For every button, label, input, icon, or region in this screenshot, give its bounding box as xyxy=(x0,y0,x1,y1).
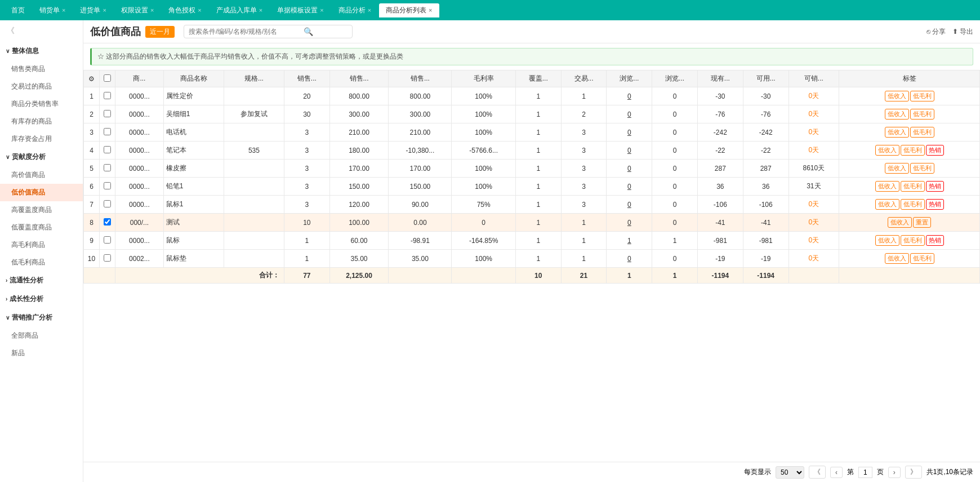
th-checkbox[interactable] xyxy=(100,70,115,87)
row-coverage: 1 xyxy=(515,105,561,123)
th-spec[interactable]: 规格... xyxy=(224,70,284,87)
nav-purchase-order[interactable]: 进货单 × xyxy=(73,3,113,17)
nav-goods-analysis[interactable]: 商品分析 × xyxy=(332,3,378,17)
th-transactions[interactable]: 交易... xyxy=(561,70,607,87)
sidebar-group-circulation[interactable]: › 流通性分析 xyxy=(0,271,83,290)
row-select-checkbox[interactable] xyxy=(104,110,111,117)
row-checkbox[interactable] xyxy=(100,87,115,105)
th-current-stock[interactable]: 现有... xyxy=(697,70,743,87)
summary-label-text: 合计： xyxy=(115,268,284,284)
row-checkbox[interactable] xyxy=(100,141,115,160)
nav-goods-analysis-list[interactable]: 商品分析列表 × xyxy=(379,3,439,17)
prev-page-button[interactable]: ‹ xyxy=(830,467,843,478)
th-settings[interactable]: ⚙ xyxy=(84,70,100,87)
close-icon[interactable]: × xyxy=(259,7,262,14)
arrow-icon: › xyxy=(6,277,7,284)
sidebar-item-sales-goods[interactable]: 销售类商品 xyxy=(0,60,83,78)
th-tags[interactable]: 标签 xyxy=(839,70,980,87)
sidebar-item-high-margin[interactable]: 高毛利商品 xyxy=(0,236,83,254)
sidebar-item-new-goods[interactable]: 新品 xyxy=(0,344,83,362)
search-icon[interactable]: 🔍 xyxy=(304,27,313,36)
row-sales-amount: 100.00 xyxy=(329,214,389,232)
row-name: 测试 xyxy=(163,214,224,232)
nav-product-inbound[interactable]: 产成品入库单 × xyxy=(210,3,269,17)
close-icon[interactable]: × xyxy=(368,7,371,14)
row-select-checkbox[interactable] xyxy=(104,128,111,135)
row-select-checkbox[interactable] xyxy=(104,218,111,225)
close-icon[interactable]: × xyxy=(103,7,106,14)
row-select-checkbox[interactable] xyxy=(104,254,111,262)
row-views2: 0 xyxy=(652,87,698,105)
row-checkbox[interactable] xyxy=(100,250,115,268)
close-icon[interactable]: × xyxy=(62,7,65,14)
sidebar-item-low-margin[interactable]: 低毛利商品 xyxy=(0,254,83,271)
sidebar-group-contribution[interactable]: ∨ 贡献度分析 xyxy=(0,148,83,166)
sidebar-item-high-coverage[interactable]: 高覆盖度商品 xyxy=(0,201,83,219)
next-page-button[interactable]: › xyxy=(888,467,901,478)
sidebar-item-category-sales-rate[interactable]: 商品分类销售率 xyxy=(0,95,83,113)
close-icon[interactable]: × xyxy=(198,7,201,14)
sidebar-item-all-goods[interactable]: 全部商品 xyxy=(0,327,83,344)
nav-sales-order[interactable]: 销货单 × xyxy=(33,3,72,17)
row-checkbox[interactable] xyxy=(100,214,115,232)
row-select-checkbox[interactable] xyxy=(104,200,111,207)
th-views2[interactable]: 浏览... xyxy=(652,70,698,87)
row-sales-amount: 35.00 xyxy=(329,250,389,268)
th-sales-cost[interactable]: 销售... xyxy=(389,70,452,87)
sidebar-group-marketing[interactable]: ∨ 营销推广分析 xyxy=(0,308,83,327)
sidebar-group-overall[interactable]: ∨ 整体信息 xyxy=(0,42,83,60)
close-icon[interactable]: × xyxy=(150,7,154,14)
sidebar-group-growth[interactable]: › 成长性分析 xyxy=(0,290,83,308)
close-icon[interactable]: × xyxy=(429,7,432,14)
row-select-checkbox[interactable] xyxy=(104,236,111,244)
nav-role-auth[interactable]: 角色授权 × xyxy=(162,3,208,17)
th-sellable[interactable]: 可销... xyxy=(789,70,839,87)
close-icon[interactable]: × xyxy=(320,7,323,14)
select-all-checkbox[interactable] xyxy=(104,74,111,82)
th-views1[interactable]: 浏览... xyxy=(607,70,652,87)
collapse-sidebar-button[interactable]: 《 xyxy=(5,24,17,38)
row-checkbox[interactable] xyxy=(100,123,115,141)
share-button[interactable]: ⎋ 分享 xyxy=(926,27,946,37)
row-sellable: 0天 xyxy=(789,105,839,123)
first-page-button[interactable]: 《 xyxy=(809,466,826,479)
sidebar-item-high-value[interactable]: 高价值商品 xyxy=(0,166,83,184)
row-select-checkbox[interactable] xyxy=(104,146,111,153)
row-spec xyxy=(224,123,284,141)
row-checkbox[interactable] xyxy=(100,105,115,123)
sidebar-item-in-stock-goods[interactable]: 有库存的商品 xyxy=(0,113,83,130)
row-checkbox[interactable] xyxy=(100,232,115,250)
sidebar-item-stock-capital[interactable]: 库存资金占用 xyxy=(0,130,83,148)
row-margin: 0 xyxy=(452,214,515,232)
row-transactions: 1 xyxy=(561,87,607,105)
th-name[interactable]: 商品名称 xyxy=(163,70,224,87)
row-select-checkbox[interactable] xyxy=(104,182,111,189)
row-select-checkbox[interactable] xyxy=(104,164,111,171)
sidebar-item-traded-goods[interactable]: 交易过的商品 xyxy=(0,78,83,95)
th-margin[interactable]: 毛利率 xyxy=(452,70,515,87)
row-select-checkbox[interactable] xyxy=(104,92,111,99)
page-size-select[interactable]: 10 20 50 100 xyxy=(776,466,804,479)
sidebar-item-low-value[interactable]: 低价值商品 xyxy=(0,184,83,201)
th-code[interactable]: 商... xyxy=(115,70,164,87)
summary-label xyxy=(84,268,115,284)
table-container[interactable]: ⚙ 商... 商品名称 规格... 销售... 销售... 销售... 毛利率 … xyxy=(83,70,980,462)
filter-tag[interactable]: 近一月 xyxy=(145,26,175,38)
nav-permission[interactable]: 权限设置 × xyxy=(114,3,161,17)
row-checkbox[interactable] xyxy=(100,160,115,178)
sidebar-item-low-coverage[interactable]: 低覆盖度商品 xyxy=(0,219,83,236)
row-sales-amount: 800.00 xyxy=(329,87,389,105)
nav-doc-template[interactable]: 单据模板设置 × xyxy=(270,3,330,17)
th-coverage[interactable]: 覆盖... xyxy=(515,70,561,87)
last-page-button[interactable]: 》 xyxy=(905,466,922,479)
th-sales-qty[interactable]: 销售... xyxy=(284,70,329,87)
table-row: 3 0000... 电话机 3 210.00 210.00 100% 1 3 0… xyxy=(84,123,980,141)
nav-home[interactable]: 首页 xyxy=(5,3,32,17)
row-checkbox[interactable] xyxy=(100,196,115,214)
th-available[interactable]: 可用... xyxy=(743,70,789,87)
search-input[interactable] xyxy=(189,28,301,36)
export-button[interactable]: ⬆ 导出 xyxy=(952,27,973,37)
row-checkbox[interactable] xyxy=(100,178,115,196)
top-nav: 首页 销货单 × 进货单 × 权限设置 × 角色授权 × 产成品入库单 × 单据… xyxy=(0,0,980,20)
th-sales-amount[interactable]: 销售... xyxy=(329,70,389,87)
